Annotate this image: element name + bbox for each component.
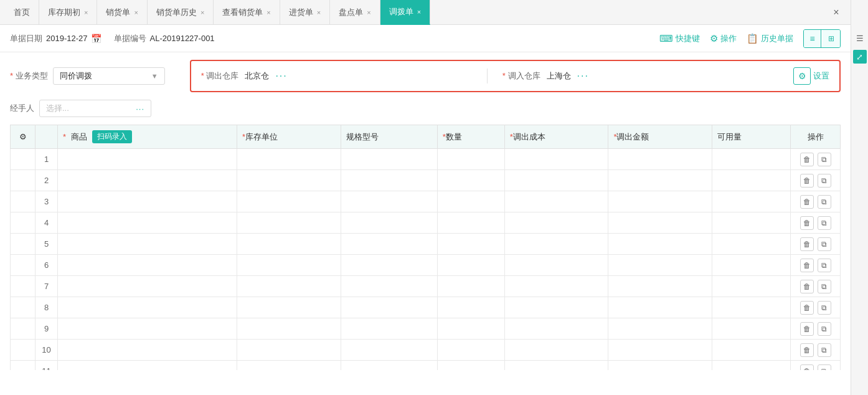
row-spec-cell[interactable] (341, 212, 437, 234)
tab-home[interactable]: 首页 (5, 0, 39, 25)
row-product-cell[interactable] (58, 297, 237, 318)
row-cost-cell[interactable] (504, 361, 608, 371)
row-unit-cell[interactable] (237, 297, 341, 318)
row-product-cell[interactable] (58, 318, 237, 340)
delete-row-btn[interactable]: 🗑 (800, 153, 814, 166)
row-cost-cell[interactable] (504, 255, 608, 276)
row-quantity-cell[interactable] (437, 255, 504, 276)
row-cost-cell[interactable] (504, 212, 608, 234)
row-product-cell[interactable] (58, 170, 237, 191)
scan-btn[interactable]: 扫码录入 (92, 130, 132, 143)
row-amount-cell[interactable] (608, 276, 712, 297)
row-unit-cell[interactable] (237, 318, 341, 340)
row-quantity-cell[interactable] (437, 297, 504, 318)
row-unit-cell[interactable] (237, 361, 341, 371)
copy-row-btn[interactable]: ⧉ (818, 259, 831, 272)
row-unit-cell[interactable] (237, 276, 341, 297)
copy-row-btn[interactable]: ⧉ (818, 216, 831, 230)
row-amount-cell[interactable] (608, 255, 712, 276)
tab-sales-close[interactable]: × (134, 9, 138, 16)
row-cost-cell[interactable] (504, 170, 608, 191)
operations-btn[interactable]: ⚙ 操作 (710, 33, 737, 44)
row-spec-cell[interactable] (341, 234, 437, 255)
row-cost-cell[interactable] (504, 318, 608, 340)
row-unit-cell[interactable] (237, 149, 341, 170)
row-available-cell[interactable] (712, 297, 790, 318)
row-cost-cell[interactable] (504, 149, 608, 170)
layout-list-btn[interactable]: ≡ (804, 30, 821, 47)
table-scroll[interactable]: ⚙ * 商品 扫码录入 *库存单位 规格型号 *数量 *调出成本 (10, 125, 841, 370)
tab-inventory[interactable]: 盘点单 × (330, 0, 380, 25)
sidebar-expand-icon[interactable]: ⤢ (853, 50, 867, 64)
row-available-cell[interactable] (712, 212, 790, 234)
row-amount-cell[interactable] (608, 340, 712, 361)
row-quantity-cell[interactable] (437, 170, 504, 191)
row-available-cell[interactable] (712, 318, 790, 340)
row-unit-cell[interactable] (237, 255, 341, 276)
row-cost-cell[interactable] (504, 234, 608, 255)
copy-row-btn[interactable]: ⧉ (818, 301, 831, 315)
delete-row-btn[interactable]: 🗑 (800, 237, 814, 251)
row-unit-cell[interactable] (237, 234, 341, 255)
row-product-cell[interactable] (58, 191, 237, 212)
row-quantity-cell[interactable] (437, 340, 504, 361)
row-spec-cell[interactable] (341, 276, 437, 297)
delete-row-btn[interactable]: 🗑 (800, 174, 814, 188)
row-quantity-cell[interactable] (437, 149, 504, 170)
row-spec-cell[interactable] (341, 297, 437, 318)
row-amount-cell[interactable] (608, 212, 712, 234)
row-product-cell[interactable] (58, 255, 237, 276)
tab-sales[interactable]: 销货单 × (97, 0, 147, 25)
row-cost-cell[interactable] (504, 276, 608, 297)
tab-inventory-close[interactable]: × (367, 9, 370, 16)
row-available-cell[interactable] (712, 191, 790, 212)
row-quantity-cell[interactable] (437, 212, 504, 234)
shortcuts-btn[interactable]: ⌨ 快捷键 (659, 33, 700, 44)
transfer-out-more-btn[interactable]: ··· (275, 70, 287, 82)
sidebar-list-icon[interactable]: ☰ (853, 31, 867, 45)
row-product-cell[interactable] (58, 276, 237, 297)
delete-row-btn[interactable]: 🗑 (800, 216, 814, 230)
delete-row-btn[interactable]: 🗑 (800, 195, 814, 209)
row-quantity-cell[interactable] (437, 234, 504, 255)
row-product-cell[interactable] (58, 212, 237, 234)
row-cost-cell[interactable] (504, 297, 608, 318)
row-spec-cell[interactable] (341, 340, 437, 361)
row-amount-cell[interactable] (608, 234, 712, 255)
row-quantity-cell[interactable] (437, 361, 504, 371)
row-spec-cell[interactable] (341, 191, 437, 212)
copy-row-btn[interactable]: ⧉ (818, 343, 831, 357)
row-spec-cell[interactable] (341, 170, 437, 191)
tab-transfer-close[interactable]: × (417, 8, 421, 16)
row-unit-cell[interactable] (237, 191, 341, 212)
row-product-cell[interactable] (58, 361, 237, 371)
tab-purchase[interactable]: 进货单 × (280, 0, 330, 25)
row-cost-cell[interactable] (504, 191, 608, 212)
delete-row-btn[interactable]: 🗑 (800, 301, 814, 315)
row-amount-cell[interactable] (608, 297, 712, 318)
copy-row-btn[interactable]: ⧉ (818, 322, 831, 336)
settings-text[interactable]: 设置 (813, 70, 829, 82)
row-quantity-cell[interactable] (437, 276, 504, 297)
handler-select[interactable]: 选择... ··· (39, 100, 151, 117)
tab-transfer[interactable]: 调拨单 × (380, 0, 430, 25)
calendar-icon[interactable]: 📅 (92, 34, 101, 44)
col-settings[interactable]: ⚙ (11, 125, 35, 149)
row-product-cell[interactable] (58, 340, 237, 361)
row-available-cell[interactable] (712, 276, 790, 297)
delete-row-btn[interactable]: 🗑 (800, 322, 814, 336)
row-available-cell[interactable] (712, 170, 790, 191)
copy-row-btn[interactable]: ⧉ (818, 195, 831, 209)
copy-row-btn[interactable]: ⧉ (818, 174, 831, 188)
warehouse-settings-btn[interactable]: ⚙ (793, 67, 811, 85)
business-type-select[interactable]: 同价调拨 ▼ (53, 67, 165, 85)
tab-opening[interactable]: 库存期初 × (39, 0, 97, 25)
tab-purchase-close[interactable]: × (317, 9, 321, 16)
row-product-cell[interactable] (58, 149, 237, 170)
delete-row-btn[interactable]: 🗑 (800, 364, 814, 371)
row-amount-cell[interactable] (608, 361, 712, 371)
row-unit-cell[interactable] (237, 340, 341, 361)
row-quantity-cell[interactable] (437, 318, 504, 340)
tab-view-sales-close[interactable]: × (267, 9, 270, 16)
handler-more-btn[interactable]: ··· (136, 104, 144, 113)
